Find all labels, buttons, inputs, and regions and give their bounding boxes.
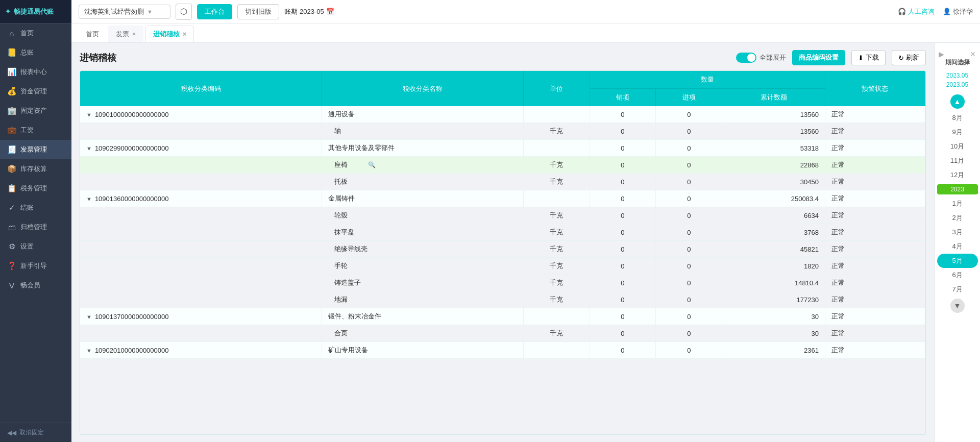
period-top1: 2023.05 bbox=[944, 71, 970, 80]
cell-code: ▼10902010000000000000 bbox=[80, 342, 322, 359]
cell-code bbox=[80, 325, 322, 342]
month-item[interactable]: 9月 bbox=[937, 125, 978, 139]
tabs-bar: 首页 发票 × 进销稽核 × bbox=[71, 23, 980, 43]
month-item[interactable]: 4月 bbox=[937, 239, 978, 254]
calendar-icon: 📅 bbox=[326, 8, 334, 15]
month-item[interactable]: 1月 bbox=[937, 197, 978, 211]
sidebar-item-archive[interactable]: 🗃归档管理 bbox=[0, 217, 71, 237]
sidebar-item-reports[interactable]: 📊报表中心 bbox=[0, 62, 71, 82]
sidebar-funds-label: 资金管理 bbox=[20, 87, 47, 96]
cell-status: 正常 bbox=[825, 342, 925, 359]
month-item[interactable]: 6月 bbox=[937, 268, 978, 282]
tab-invoice[interactable]: 发票 × bbox=[108, 26, 143, 42]
product-code-settings-button[interactable]: 商品编码设置 bbox=[792, 50, 845, 65]
month-item[interactable]: 3月 bbox=[937, 225, 978, 239]
panel-collapse-icon[interactable]: ▶ bbox=[939, 50, 944, 58]
sidebar-item-salary[interactable]: 💼工资 bbox=[0, 120, 71, 140]
company-selector[interactable]: 沈海英测试经营勿删 ▼ bbox=[79, 5, 170, 19]
user-menu-button[interactable]: 👤 徐泽华 bbox=[943, 7, 973, 16]
tab-reconcile[interactable]: 进销稽核 × bbox=[145, 26, 194, 42]
sidebar-reports-label: 报表中心 bbox=[20, 67, 47, 77]
cell-code: ▼10901000000000000000 bbox=[80, 106, 322, 123]
th-purchase: 进项 bbox=[656, 89, 722, 107]
workbench-button[interactable]: 工作台 bbox=[197, 4, 232, 19]
pin-icon: ◀◀ bbox=[7, 429, 16, 436]
download-button[interactable]: ⬇ 下载 bbox=[851, 50, 886, 65]
month-item[interactable]: 10月 bbox=[937, 139, 978, 154]
switch-version-button[interactable]: 切到旧版 bbox=[237, 4, 279, 19]
cell-status: 正常 bbox=[825, 291, 925, 308]
month-item[interactable]: 11月 bbox=[937, 154, 978, 168]
cell-total: 2361 bbox=[722, 342, 825, 359]
period-selector[interactable]: 账期 2023-05 📅 bbox=[284, 7, 334, 16]
page-title: 进销稽核 bbox=[80, 52, 116, 64]
cell-sales: 0 bbox=[590, 140, 656, 157]
cell-code: ▼10901360000000000000 bbox=[80, 190, 322, 207]
table-row: 地漏 千克 0 0 177230 正常 bbox=[80, 291, 925, 308]
cell-name: 通用设备 bbox=[322, 106, 524, 123]
save-button[interactable]: ⬡ bbox=[176, 4, 192, 20]
cell-total: 3768 bbox=[722, 224, 825, 241]
cell-code bbox=[80, 224, 322, 241]
th-warning: 预警状态 bbox=[825, 71, 925, 106]
sidebar-tax-icon: 📋 bbox=[7, 184, 16, 193]
cell-purchase: 0 bbox=[656, 241, 722, 258]
month-item[interactable]: 5月 bbox=[937, 254, 978, 268]
refresh-button[interactable]: ↻ 刷新 bbox=[892, 50, 926, 65]
cell-sales: 0 bbox=[590, 207, 656, 224]
panel-close-icon[interactable]: ✕ bbox=[970, 50, 976, 58]
sidebar-guide-label: 新手引导 bbox=[20, 261, 47, 271]
page-content: 进销稽核 全部展开 商品编码设置 ⬇ 下载 ↻ 刷新 bbox=[71, 43, 934, 442]
sidebar-item-guide[interactable]: ❓新手引导 bbox=[0, 256, 71, 276]
invoice-tab-close-icon[interactable]: × bbox=[132, 31, 136, 38]
cell-unit bbox=[523, 140, 590, 157]
month-item[interactable]: 8月 bbox=[937, 111, 978, 125]
scroll-up-button[interactable]: ▲ bbox=[950, 94, 965, 109]
invoice-tab-label: 发票 bbox=[116, 30, 129, 39]
table-row: ▼10901370000000000000 锻件、粉末冶金件 0 0 30 正常 bbox=[80, 308, 925, 325]
sidebar-item-home[interactable]: ⌂首页 bbox=[0, 23, 71, 43]
sidebar-unpin-button[interactable]: ◀◀ 取消固定 bbox=[0, 423, 71, 442]
cell-purchase: 0 bbox=[656, 190, 722, 207]
table-row: 托板 千克 0 0 30450 正常 bbox=[80, 174, 925, 190]
sidebar-item-ledger[interactable]: 📒总账 bbox=[0, 43, 71, 62]
cell-sales: 0 bbox=[590, 241, 656, 258]
cell-purchase: 0 bbox=[656, 207, 722, 224]
cell-unit: 千克 bbox=[523, 275, 590, 291]
sidebar-salary-label: 工资 bbox=[20, 126, 34, 135]
cell-name: 其他专用设备及零部件 bbox=[322, 140, 524, 157]
sidebar-item-tax[interactable]: 📋税务管理 bbox=[0, 179, 71, 198]
expand-toggle[interactable] bbox=[736, 53, 756, 63]
cell-purchase: 0 bbox=[656, 291, 722, 308]
table-row: ▼10901000000000000000 通用设备 0 0 13560 正常 bbox=[80, 106, 925, 123]
cell-sales: 0 bbox=[590, 342, 656, 359]
customer-service-button[interactable]: 🎧 人工咨询 bbox=[898, 7, 935, 16]
sidebar-item-funds[interactable]: 💰资金管理 bbox=[0, 82, 71, 101]
tab-home[interactable]: 首页 bbox=[79, 26, 106, 42]
cell-purchase: 0 bbox=[656, 342, 722, 359]
month-item[interactable]: 12月 bbox=[937, 168, 978, 182]
sidebar-item-settings[interactable]: ⚙设置 bbox=[0, 237, 71, 256]
sidebar-item-settlement[interactable]: ✓结账 bbox=[0, 198, 71, 217]
year-2022-group: 8月9月10月11月12月 bbox=[935, 111, 980, 182]
sidebar-item-member[interactable]: V畅会员 bbox=[0, 276, 71, 295]
sidebar-archive-icon: 🗃 bbox=[7, 223, 16, 232]
cell-purchase: 0 bbox=[656, 123, 722, 140]
month-item[interactable]: 7月 bbox=[937, 282, 978, 297]
logo-icon: ✦ bbox=[5, 8, 11, 15]
cell-unit bbox=[523, 106, 590, 123]
sidebar-inventory-icon: 📦 bbox=[7, 164, 16, 174]
cell-purchase: 0 bbox=[656, 325, 722, 342]
company-chevron-icon: ▼ bbox=[147, 9, 153, 15]
search-icon[interactable]: 🔍 bbox=[368, 161, 376, 168]
scroll-down-button[interactable]: ▼ bbox=[950, 299, 965, 313]
year-2023-badge: 2023 bbox=[937, 184, 978, 194]
reconcile-tab-close-icon[interactable]: × bbox=[183, 31, 186, 38]
cell-status: 正常 bbox=[825, 241, 925, 258]
month-item[interactable]: 2月 bbox=[937, 211, 978, 225]
sidebar-item-invoice[interactable]: 🧾发票管理 bbox=[0, 140, 71, 159]
cell-unit: 千克 bbox=[523, 157, 590, 174]
sidebar-item-assets[interactable]: 🏢固定资产 bbox=[0, 101, 71, 120]
page-header: 进销稽核 全部展开 商品编码设置 ⬇ 下载 ↻ 刷新 bbox=[80, 50, 926, 65]
sidebar-item-inventory[interactable]: 📦库存核算 bbox=[0, 159, 71, 179]
